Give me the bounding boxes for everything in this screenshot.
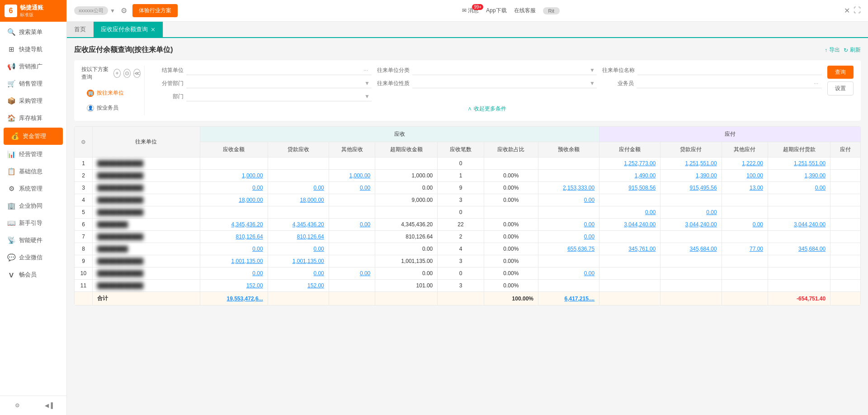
row-arr[interactable]: 18,000.00 <box>200 194 268 206</box>
tab-home[interactable]: 首页 <box>67 22 94 37</box>
filter-settings-btn[interactable]: ⊙ <box>123 69 131 78</box>
filter-add-btn[interactable]: + <box>113 69 121 78</box>
footer-prepay[interactable]: 6,417,215.... <box>538 292 599 305</box>
sidebar-item-system[interactable]: ⚙ 系统管理 <box>0 180 66 197</box>
row-arr[interactable]: 0.00 <box>200 243 268 255</box>
row-other-rec[interactable]: 0.00 <box>329 219 375 231</box>
unit-name-input[interactable] <box>637 66 822 75</box>
row-other-pay[interactable]: 0.00 <box>722 219 768 231</box>
row-loan-pay[interactable]: 1,251,551.00 <box>660 157 722 170</box>
row-arr[interactable]: 1,000.00 <box>200 170 268 182</box>
row-ap[interactable]: 1,252,773.00 <box>599 157 660 170</box>
row-ap[interactable]: 0.00 <box>599 206 660 219</box>
sidebar-item-marketing[interactable]: 📢 营销推广 <box>0 58 66 75</box>
row-overdue-pay[interactable]: 1,390.00 <box>768 170 830 182</box>
maximize-window-btn[interactable]: ⛶ <box>854 6 861 15</box>
row-prepay[interactable]: 0.00 <box>538 194 599 206</box>
filter-by-employee[interactable]: 👤 按业务员 <box>81 100 141 115</box>
row-other-pay[interactable]: 13.00 <box>722 182 768 194</box>
row-other-rec[interactable]: 0.00 <box>329 182 375 194</box>
sidebar-item-guide[interactable]: 📖 新手引导 <box>0 215 66 232</box>
sidebar-item-wechat[interactable]: 💬 企业微信 <box>0 249 66 266</box>
sidebar-item-search[interactable]: 🔍 搜索菜单 <box>0 24 66 41</box>
row-arr[interactable]: 810,126.64 <box>200 231 268 243</box>
row-other-rec[interactable]: 1,000.00 <box>329 170 375 182</box>
row-overdue-pay[interactable]: 0.00 <box>768 182 830 194</box>
row-other-pay[interactable]: 77.00 <box>722 243 768 255</box>
sidebar-item-sales[interactable]: 🛒 销售管理 <box>0 75 66 92</box>
query-button[interactable]: 查询 <box>827 66 854 79</box>
promo-button[interactable]: 体验行业方案 <box>132 4 178 17</box>
department-select[interactable]: ▼ <box>186 92 372 101</box>
row-ap[interactable]: 1,490.00 <box>599 170 660 182</box>
sidebar-item-enterprise[interactable]: 🏢 企业协同 <box>0 197 66 215</box>
row-ap[interactable]: 3,044,240.00 <box>599 219 660 231</box>
tab-query[interactable]: 应收应付余额查询 ✕ <box>94 22 163 37</box>
row-loan-pay[interactable]: 3,044,240.00 <box>660 219 722 231</box>
sidebar-collapse-btn[interactable]: ◀▐ <box>35 400 63 411</box>
export-button[interactable]: ↑ 导出 <box>825 46 840 54</box>
row-arr[interactable]: 0.00 <box>200 267 268 280</box>
sidebar-settings-btn[interactable]: ⚙ <box>4 400 32 411</box>
collapse-btn[interactable]: ∧ 收起更多条件 <box>152 103 822 114</box>
row-loan-pay[interactable]: 1,390.00 <box>660 170 722 182</box>
row-other-pay[interactable]: 100.00 <box>722 170 768 182</box>
row-prepay[interactable]: 655,636.75 <box>538 243 599 255</box>
row-overdue-pay[interactable]: 1,251,551.00 <box>768 157 830 170</box>
row-prepay[interactable]: 0.00 <box>538 219 599 231</box>
row-loan-rec[interactable]: 4,345,436.20 <box>268 219 329 231</box>
row-overdue-pay[interactable]: 3,044,240.00 <box>768 219 830 231</box>
sidebar-item-inventory[interactable]: 🏠 库存核算 <box>0 110 66 127</box>
footer-arr[interactable]: 19,553,472,6... <box>200 292 268 305</box>
row-loan-rec[interactable]: 0.00 <box>268 243 329 255</box>
filter-by-unit[interactable]: 🏢 按往来单位 <box>81 86 141 100</box>
row-ap[interactable]: 915,508.56 <box>599 182 660 194</box>
table-row: 4████████████18,000.0018,000.009,000.003… <box>75 194 861 206</box>
row-prepay[interactable]: 0.00 <box>538 231 599 243</box>
row-overdue-pay[interactable]: 345,684.00 <box>768 243 830 255</box>
dept-select[interactable]: ▼ <box>186 79 372 88</box>
row-partner: ████████████ <box>93 182 200 194</box>
row-loan-rec[interactable]: 1,001,135.00 <box>268 255 329 267</box>
row-other-pay[interactable]: 1,222.00 <box>722 157 768 170</box>
row-loan-rec[interactable]: 18,000.00 <box>268 194 329 206</box>
sidebar-item-smarthw[interactable]: 📡 智能硬件 <box>0 232 66 249</box>
row-arr[interactable]: 152.00 <box>200 280 268 292</box>
row-loan-pay[interactable]: 0.00 <box>660 206 722 219</box>
sidebar-item-finance[interactable]: 💰 资金管理 <box>4 128 63 145</box>
row-prepay[interactable]: 2,153,333.00 <box>538 182 599 194</box>
row-loan-rec[interactable]: 810,126.64 <box>268 231 329 243</box>
topbar-settings-icon[interactable]: ⚙ <box>121 6 127 15</box>
row-loan-rec[interactable]: 0.00 <box>268 267 329 280</box>
app-download-link[interactable]: App下载 <box>486 7 506 14</box>
row-loan-pay[interactable]: 915,495.56 <box>660 182 722 194</box>
operations-icon: 📊 <box>7 150 15 158</box>
sidebar-item-member[interactable]: V 畅会员 <box>0 266 66 283</box>
table-settings-icon[interactable]: ⚙ <box>81 139 86 145</box>
tab-close-icon[interactable]: ✕ <box>151 26 156 33</box>
row-ap <box>599 194 660 206</box>
filter-collapse-left-btn[interactable]: ≪ <box>133 69 141 78</box>
sidebar-item-basicinfo[interactable]: 📋 基础信息 <box>0 163 66 180</box>
sidebar-item-purchase[interactable]: 📦 采购管理 <box>0 92 66 110</box>
settings-button[interactable]: 设置 <box>827 81 854 95</box>
close-window-btn[interactable]: ✕ <box>844 6 850 15</box>
settlement-unit-input[interactable]: ··· <box>186 66 372 75</box>
row-loan-rec[interactable]: 152.00 <box>268 280 329 292</box>
row-prepay[interactable]: 0.00 <box>538 267 599 280</box>
unit-nature-select[interactable]: ▼ <box>412 79 597 88</box>
sidebar-item-operations[interactable]: 📊 经营管理 <box>0 146 66 163</box>
notification-area[interactable]: ✉ 消息 99+ <box>462 7 479 14</box>
row-other-rec[interactable]: 0.00 <box>329 267 375 280</box>
row-arr[interactable]: 4,345,436.20 <box>200 219 268 231</box>
row-ap[interactable]: 345,761.00 <box>599 243 660 255</box>
refresh-button[interactable]: ↻ 刷新 <box>844 46 861 54</box>
row-loan-rec[interactable]: 0.00 <box>268 182 329 194</box>
row-loan-pay[interactable]: 345,684.00 <box>660 243 722 255</box>
row-arr[interactable]: 1,001,135.00 <box>200 255 268 267</box>
unit-category-select[interactable]: ▼ <box>412 66 597 75</box>
customer-service-link[interactable]: 在线客服 <box>514 7 536 14</box>
salesman-input[interactable]: ··· <box>637 79 822 88</box>
row-arr[interactable]: 0.00 <box>200 182 268 194</box>
sidebar-item-quicknav[interactable]: ⊞ 快捷导航 <box>0 41 66 58</box>
